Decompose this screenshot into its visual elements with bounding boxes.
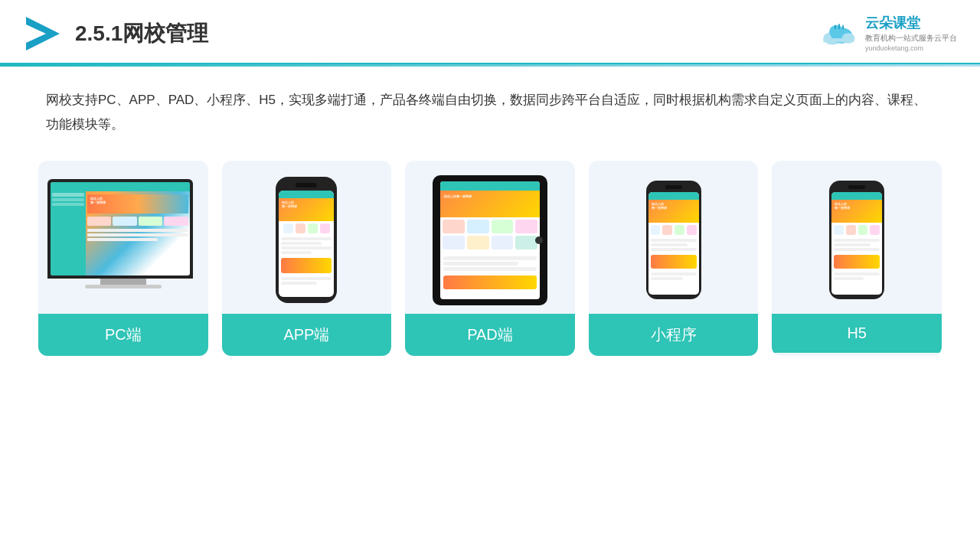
device-image-mini: 职达人的第一堂网课 xyxy=(589,161,759,314)
phone-mockup-h5: 职达人的第一堂网课 xyxy=(829,181,884,299)
phone-mockup-mini: 职达人的第一堂网课 xyxy=(646,181,701,299)
brand-logo: 云朵课堂 教育机构一站式服务云平台 yunduoketang.com xyxy=(819,14,957,54)
tablet-mockup: 职达人的第一堂网课 xyxy=(433,175,547,305)
device-card-mini: 职达人的第一堂网课 xyxy=(589,161,759,356)
device-card-pc: 职达人的第一堂网课 xyxy=(38,161,208,356)
device-card-h5: 职达人的第一堂网课 xyxy=(772,161,942,356)
brand-tagline: 教育机构一站式服务云平台 xyxy=(865,33,957,44)
phone-mockup-app: 职达人的第一堂网课 xyxy=(276,177,337,303)
device-image-h5: 职达人的第一堂网课 xyxy=(772,161,942,314)
card-label-h5: H5 xyxy=(772,314,942,353)
header-left: 2.5.1网校管理 xyxy=(23,14,208,54)
page-title: 2.5.1网校管理 xyxy=(75,19,208,48)
logo-icon xyxy=(23,14,63,54)
device-image-pc: 职达人的第一堂网课 xyxy=(38,161,208,314)
cards-container: 职达人的第一堂网课 xyxy=(0,145,980,371)
svg-rect-6 xyxy=(823,38,853,42)
brand-name: 云朵课堂 xyxy=(865,14,920,33)
brand-url: yunduoketang.com xyxy=(865,44,923,54)
description-text: 网校支持PC、APP、PAD、小程序、H5，实现多端打通，产品各终端自由切换，数… xyxy=(46,88,934,138)
cloud-logo-icon xyxy=(819,20,859,47)
description: 网校支持PC、APP、PAD、小程序、H5，实现多端打通，产品各终端自由切换，数… xyxy=(0,67,980,145)
device-image-pad: 职达人的第一堂网课 xyxy=(405,161,575,314)
device-image-app: 职达人的第一堂网课 xyxy=(222,161,392,314)
svg-point-5 xyxy=(829,25,844,38)
brand-text: 云朵课堂 教育机构一站式服务云平台 yunduoketang.com xyxy=(865,14,957,54)
pc-mockup: 职达人的第一堂网课 xyxy=(47,179,199,302)
device-card-app: 职达人的第一堂网课 xyxy=(222,161,392,356)
card-label-pad: PAD端 xyxy=(405,314,575,356)
header: 2.5.1网校管理 云朵课堂 教育机构一站式服务云平台 yunduoketang… xyxy=(0,0,980,64)
card-label-pc: PC端 xyxy=(38,314,208,356)
device-card-pad: 职达人的第一堂网课 xyxy=(405,161,575,356)
card-label-app: APP端 xyxy=(222,314,392,356)
card-label-mini: 小程序 xyxy=(589,314,759,356)
